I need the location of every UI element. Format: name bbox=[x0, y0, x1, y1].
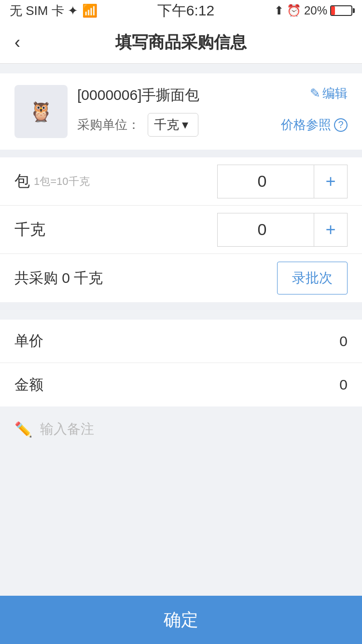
price-ref-button[interactable]: 价格参照 ? bbox=[281, 116, 348, 133]
product-thumbnail: 🦉 bbox=[14, 85, 68, 138]
price-ref-label: 价格参照 bbox=[281, 116, 331, 133]
unit-value: 千克 bbox=[154, 116, 179, 133]
unit-price-label: 单价 bbox=[14, 331, 43, 351]
product-name: [0000006]手撕面包 bbox=[77, 85, 348, 105]
confirm-button[interactable]: 确定 bbox=[0, 596, 362, 644]
unit-row: 采购单位： 千克 ▾ 价格参照 ? bbox=[77, 113, 348, 137]
record-batch-button[interactable]: 录批次 bbox=[277, 262, 348, 294]
battery-icon bbox=[330, 5, 352, 16]
section-divider-2 bbox=[0, 302, 362, 310]
unit-price-row: 单价 0 bbox=[0, 320, 362, 363]
summary-row: 共采购 0 千克 录批次 bbox=[0, 254, 362, 302]
input-section: 包 1包=10千克 + 千克 + 共采购 0 千克 录批次 bbox=[0, 157, 362, 302]
page-title: 填写商品采购信息 bbox=[115, 31, 247, 54]
product-info: [0000006]手撕面包 采购单位： 千克 ▾ 价格参照 ? bbox=[77, 85, 348, 137]
notes-placeholder: 输入备注 bbox=[40, 420, 94, 438]
bag-hint: 1包=10千克 bbox=[34, 174, 90, 189]
bag-plus-button[interactable]: + bbox=[314, 165, 348, 198]
dropdown-arrow-icon: ▾ bbox=[182, 117, 188, 132]
unit-select[interactable]: 千克 ▾ bbox=[148, 113, 198, 137]
pencil-icon: ✏️ bbox=[14, 421, 32, 438]
summary-text: 共采购 0 千克 bbox=[14, 268, 103, 288]
amount-label: 金额 bbox=[14, 375, 43, 395]
edit-label: 编辑 bbox=[322, 85, 348, 102]
unit-price-value: 0 bbox=[339, 333, 348, 350]
price-info-section: 单价 0 金额 0 bbox=[0, 320, 362, 406]
status-time: 下午6:12 bbox=[157, 1, 214, 21]
notes-section[interactable]: ✏️ 输入备注 bbox=[0, 408, 362, 450]
sim-status: 无 SIM 卡 ✦ bbox=[10, 2, 78, 19]
nav-bar: ‹ 填写商品采购信息 bbox=[0, 21, 362, 64]
amount-row: 金额 0 bbox=[0, 363, 362, 406]
bag-quantity-input[interactable] bbox=[217, 165, 314, 198]
product-card: 🦉 [0000006]手撕面包 采购单位： 千克 ▾ 价格参照 ? ✎ 编辑 bbox=[0, 73, 362, 150]
kg-input-wrapper: + bbox=[217, 213, 348, 247]
product-logo: 🦉 bbox=[29, 100, 53, 123]
amount-value: 0 bbox=[339, 377, 348, 393]
kg-label: 千克 bbox=[14, 219, 45, 240]
edit-button[interactable]: ✎ 编辑 bbox=[310, 85, 348, 102]
section-divider-1 bbox=[0, 150, 362, 157]
status-left: 无 SIM 卡 ✦ 📶 bbox=[10, 2, 97, 19]
edit-icon: ✎ bbox=[310, 86, 320, 101]
bottom-spacer bbox=[0, 450, 362, 508]
bag-input-wrapper: + bbox=[217, 165, 348, 198]
status-bar: 无 SIM 卡 ✦ 📶 下午6:12 ⬆ ⏰ 20% bbox=[0, 0, 362, 21]
unit-label: 采购单位： bbox=[77, 116, 140, 133]
alarm-icon: ⏰ bbox=[287, 4, 301, 17]
bag-input-row: 包 1包=10千克 + bbox=[0, 157, 362, 206]
info-icon: ? bbox=[334, 118, 348, 132]
bag-label: 包 bbox=[14, 171, 30, 192]
kg-plus-button[interactable]: + bbox=[314, 213, 348, 247]
battery-percent: 20% bbox=[304, 4, 327, 17]
status-right: ⬆ ⏰ 20% bbox=[274, 4, 352, 17]
kg-input-row: 千克 + bbox=[0, 206, 362, 254]
kg-quantity-input[interactable] bbox=[217, 213, 314, 247]
wifi-icon: 📶 bbox=[82, 3, 97, 18]
location-icon: ⬆ bbox=[274, 4, 284, 17]
back-button[interactable]: ‹ bbox=[14, 32, 20, 53]
